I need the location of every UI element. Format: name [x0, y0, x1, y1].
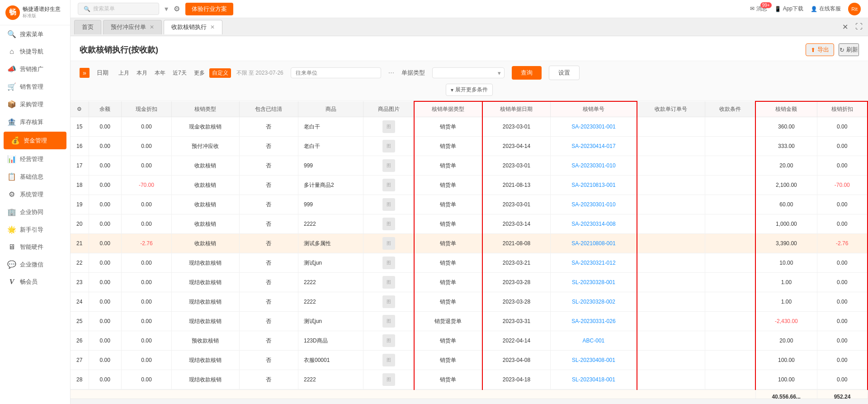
filter-date-more[interactable]: 更多 [191, 68, 208, 78]
table-container[interactable]: ⚙ 余额 现金折扣 核销类型 包含已结清 商品 商品图片 核销单据类型 核销单据… [71, 101, 868, 399]
col-receipt-condition: 收款条件 [705, 101, 755, 117]
chevron-down-icon[interactable]: ▾ [165, 5, 168, 13]
filter-date-range: 不限 至 2023-07-26 [236, 69, 283, 77]
source-unit-input[interactable] [291, 67, 381, 78]
write-off-no-link[interactable]: SA-20210813-001 [571, 182, 615, 188]
page-header-actions: ⬆ 导出 ↻ 刷新 [806, 43, 859, 56]
table-row: 17 0.00 0.00 收款核销 否 999 图 销货单 2023-03-01… [71, 156, 868, 176]
sidebar-item-search[interactable]: 🔍 搜索菜单 [0, 25, 70, 43]
cell-write-off-no: SL-20230328-002 [550, 292, 637, 312]
col-include-settled: 包含已结清 [239, 101, 298, 117]
topbar-right: ✉ 消息 99+ 📱 App下载 👤 在线客服 Rit [750, 3, 861, 15]
cell-receipt-order-no [637, 176, 705, 195]
business-icon: 📊 [7, 155, 16, 163]
write-off-no-link[interactable]: SL-20230328-002 [572, 299, 615, 305]
doc-type-select[interactable] [432, 67, 505, 78]
user-avatar[interactable]: Rit [848, 3, 861, 15]
search-placeholder: 搜索菜单 [93, 5, 115, 13]
filter-date-this-year[interactable]: 本年 [152, 68, 168, 78]
cell-write-off-date: 2023-03-28 [482, 292, 550, 312]
write-off-no-link[interactable]: SA-20210808-001 [571, 240, 615, 247]
cell-cash-discount: 0.00 [121, 195, 171, 214]
col-write-off-no: 核销单号 [550, 101, 637, 117]
tab-receipts-close[interactable]: ✕ [210, 24, 215, 30]
cell-write-off-doc-type: 销货单 [414, 117, 482, 137]
cell-balance: 0.00 [89, 253, 121, 273]
footer-write-off-amount: 40,556,66... [755, 390, 817, 399]
write-off-no-link[interactable]: SA-20230301-001 [571, 124, 615, 130]
cell-seq: 26 [71, 331, 89, 351]
filter-date-label: 日期 [97, 69, 108, 77]
app-icon: 📱 [774, 6, 781, 12]
filter-date-last-month[interactable]: 上月 [116, 68, 132, 78]
table-row: 26 0.00 0.00 预收款核销 否 123D商品 图 销货单 2022-0… [71, 331, 868, 351]
close-window-btn[interactable]: ✕ [840, 21, 850, 33]
search-box[interactable]: 🔍 搜索菜单 [78, 3, 159, 15]
sidebar-item-business[interactable]: 📊 经营管理 [0, 150, 70, 168]
gear-icon[interactable]: ⚙ [174, 5, 180, 13]
sidebar-item-basic-info[interactable]: 📋 基础信息 [0, 168, 70, 185]
sidebar-item-funds[interactable]: 💰 资金管理 [4, 132, 66, 149]
write-off-no-link[interactable]: SA-20230301-010 [571, 201, 615, 208]
col-write-off-type: 核销类型 [171, 101, 239, 117]
cell-write-off-no: SL-20230328-001 [550, 273, 637, 292]
cell-write-off-amount: 10.00 [755, 253, 817, 273]
cell-write-off-amount: 333.00 [755, 137, 817, 156]
cell-write-off-amount: 1.00 [755, 273, 817, 292]
cell-write-off-no: SA-20230414-017 [550, 137, 637, 156]
sidebar-item-sales[interactable]: 🛒 销售管理 [0, 78, 70, 95]
app-download[interactable]: 📱 App下载 [774, 5, 803, 13]
cell-balance: 0.00 [89, 331, 121, 351]
write-off-no-link[interactable]: SA-20230331-026 [571, 318, 615, 324]
cell-write-off-amount: 1.00 [755, 292, 817, 312]
cell-cash-discount: -70.00 [121, 176, 171, 195]
cell-write-off-doc-type: 销货单 [414, 370, 482, 390]
sidebar-item-inventory[interactable]: 🏦 库存核算 [0, 113, 70, 131]
write-off-no-link[interactable]: SL-20230328-001 [572, 279, 615, 285]
export-btn[interactable]: ⬆ 导出 [806, 43, 834, 56]
message-badge-container[interactable]: ✉ 消息 99+ [750, 5, 767, 13]
sidebar-item-marketing[interactable]: 📣 营销推广 [0, 60, 70, 78]
write-off-no-link[interactable]: SL-20230418-001 [572, 376, 615, 383]
industry-btn[interactable]: 体验行业方案 [185, 3, 233, 15]
sidebar-item-hardware[interactable]: 🖥 智能硬件 [0, 238, 70, 256]
sidebar-item-wechat[interactable]: 💬 企业微信 [0, 256, 70, 273]
cell-receipt-order-no [637, 351, 705, 370]
sidebar-item-purchase[interactable]: 📦 采购管理 [0, 95, 70, 113]
sidebar-item-enterprise[interactable]: 🏢 企业协同 [0, 203, 70, 221]
col-gear[interactable]: ⚙ [71, 101, 89, 117]
write-off-no-link[interactable]: ABC-001 [583, 337, 605, 344]
col-write-off-amount: 核销金额 [755, 101, 817, 117]
cell-write-off-date: 2023-03-21 [482, 253, 550, 273]
scroll-hint[interactable] [71, 399, 868, 404]
filter-expand-btn[interactable]: » [80, 68, 90, 78]
expand-more-btn[interactable]: ▾ 展开更多条件 [446, 84, 493, 96]
export-icon: ⬆ [811, 47, 816, 53]
tab-prepay-close[interactable]: ✕ [150, 24, 154, 30]
filter-date-this-month[interactable]: 本月 [134, 68, 150, 78]
write-off-no-link[interactable]: SA-20230314-008 [571, 221, 615, 227]
tab-receipts[interactable]: 收款核销执行 ✕ [164, 20, 222, 34]
sidebar-item-guide[interactable]: 🌟 新手引导 [0, 221, 70, 238]
tab-prepay[interactable]: 预付冲应付单 ✕ [103, 20, 162, 34]
write-off-no-link[interactable]: SA-20230414-017 [571, 143, 615, 149]
sidebar-item-quick-nav[interactable]: ⌂ 快捷导航 [0, 43, 70, 60]
query-btn[interactable]: 查询 [512, 66, 542, 80]
settings-btn[interactable]: 设置 [549, 66, 580, 80]
sidebar-item-system[interactable]: ⚙ 系统管理 [0, 185, 70, 203]
cell-write-off-type: 收款核销 [171, 214, 239, 234]
write-off-no-link[interactable]: SA-20230321-012 [571, 260, 615, 266]
cell-goods-img: 图 [363, 370, 414, 390]
filter-date-7days[interactable]: 近7天 [170, 68, 189, 78]
sidebar-item-member[interactable]: V 畅会员 [0, 273, 70, 290]
cell-write-off-date: 2023-03-14 [482, 214, 550, 234]
cell-balance: 0.00 [89, 312, 121, 331]
write-off-no-link[interactable]: SL-20230408-001 [572, 357, 615, 363]
write-off-no-link[interactable]: SA-20230301-010 [571, 162, 615, 169]
refresh-btn[interactable]: ↻ 刷新 [839, 43, 859, 56]
maximize-btn[interactable]: ⛶ [854, 21, 864, 33]
tab-home[interactable]: 首页 [74, 20, 101, 34]
online-service[interactable]: 👤 在线客服 [811, 5, 841, 13]
cell-goods-img: 图 [363, 351, 414, 370]
filter-date-custom[interactable]: 自定义 [209, 68, 231, 78]
